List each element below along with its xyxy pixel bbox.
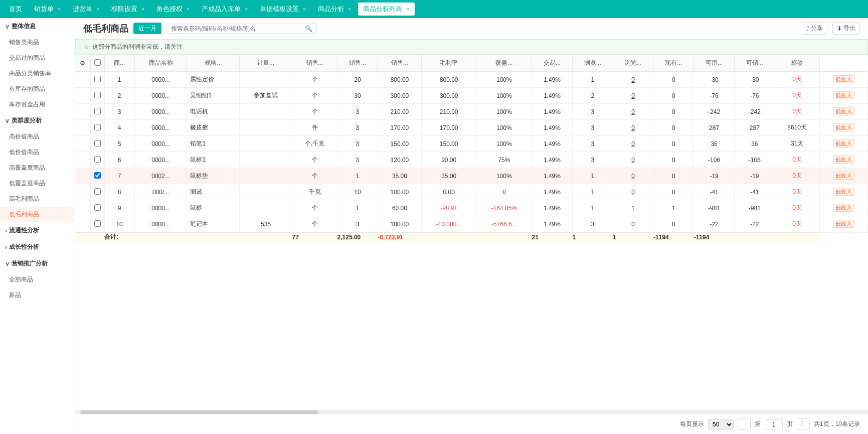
select-all-checkbox[interactable] [94,59,101,66]
nav-goods-analysis[interactable]: 商品分析 × [313,3,356,16]
search-input[interactable] [171,25,305,32]
nav-sales[interactable]: 销货单 × [29,3,66,16]
nav-template-close[interactable]: × [303,6,306,12]
row-view1[interactable]: 0 [613,104,653,120]
row-name[interactable]: 笔记本 [187,216,240,233]
sidebar-item-in-stock[interactable]: 有库存的商品 [0,81,75,97]
sidebar-item-high-value[interactable]: 高价值商品 [0,129,75,144]
row-name[interactable]: 鼠标1 [187,152,240,168]
row-view1[interactable]: 0 [613,136,653,152]
row-check[interactable] [94,188,101,195]
sidebar-item-low-value[interactable]: 低价值商品 [0,144,75,160]
sidebar-item-all-goods[interactable]: 全部商品 [0,272,75,287]
nav-purchase[interactable]: 进货单 × [68,3,104,16]
share-button[interactable]: ⤴ 分享 [802,22,827,35]
nav-permissions-close[interactable]: × [141,6,144,12]
row-checkbox[interactable] [90,104,104,120]
row-checkbox[interactable] [90,200,104,216]
row-view1[interactable]: 0 [613,88,653,104]
search-icon[interactable]: 🔍 [305,25,312,32]
row-name[interactable]: 橡皮擦 [187,120,240,136]
sidebar-group-growth[interactable]: › 成长性分析 [0,239,75,255]
row-view1[interactable]: 0 [613,152,653,168]
sidebar-group-circulation[interactable]: › 流通性分析 [0,222,75,239]
view1-link[interactable]: 0 [631,173,635,180]
time-filter-button[interactable]: 近一月 [133,23,161,34]
row-check[interactable] [94,220,101,227]
sidebar-item-high-coverage[interactable]: 高覆盖度商品 [0,160,75,176]
row-name[interactable]: 属性定价 [187,72,240,88]
row-check[interactable] [94,92,101,98]
row-view1[interactable]: 0 [613,168,653,184]
row-checkbox[interactable] [90,88,104,104]
row-checkbox[interactable] [90,216,104,233]
col-view1: 浏览... [572,55,613,72]
nav-template[interactable]: 单据模板设置 × [255,3,311,16]
row-name[interactable]: 电话机 [187,104,240,120]
row-name[interactable]: 测试 [187,184,240,200]
sidebar-item-new-goods[interactable]: 新品 [0,287,75,303]
row-check[interactable] [94,108,101,114]
row-check[interactable] [94,124,101,130]
row-view1[interactable]: 0 [613,216,653,233]
row-checkbox[interactable] [90,168,104,184]
next-page-btn[interactable]: 〉 [797,418,810,430]
row-name[interactable]: 鼠标 [187,200,240,216]
nav-roles-close[interactable]: × [187,6,190,12]
row-check[interactable] [94,204,101,211]
nav-goods-analysis-list[interactable]: 商品分析列表 × [358,3,414,16]
nav-product-entry-close[interactable]: × [245,6,248,12]
view1-link[interactable]: 0 [631,92,635,99]
row-name[interactable]: 铅笔1 [187,136,240,152]
view1-link[interactable]: 0 [631,124,635,131]
sidebar-item-traded-goods[interactable]: 交易过的商品 [0,50,75,66]
nav-product-entry[interactable]: 产成品入库单 × [197,3,253,16]
row-check[interactable] [94,140,101,147]
nav-goods-analysis-close[interactable]: × [348,6,351,12]
col-settings[interactable]: ⚙ [75,55,90,72]
horizontal-scrollbar[interactable] [75,410,868,414]
view1-link[interactable]: 1 [631,205,635,212]
view1-link[interactable]: 0 [631,76,635,83]
row-checkbox[interactable] [90,152,104,168]
view1-link[interactable]: 0 [631,157,635,164]
row-checkbox[interactable] [90,184,104,200]
row-check[interactable] [94,172,101,179]
row-view1[interactable]: 0 [613,120,653,136]
prev-page-btn[interactable]: 〈 [738,418,751,430]
view1-link[interactable]: 0 [631,189,635,196]
sidebar-item-low-coverage[interactable]: 低覆盖度商品 [0,176,75,191]
nav-purchase-close[interactable]: × [96,6,99,12]
nav-goods-list-close[interactable]: × [406,6,409,12]
row-checkbox[interactable] [90,72,104,88]
row-check[interactable] [94,76,101,82]
sidebar-group-overall[interactable]: ∨ 整体信息 [0,18,75,35]
sidebar-item-category-sales-rate[interactable]: 商品分类销售率 [0,66,75,81]
per-page-select[interactable]: 50 100 200 [708,419,734,430]
nav-sales-close[interactable]: × [58,6,61,12]
sidebar-item-high-margin[interactable]: 高毛利商品 [0,191,75,207]
page-num-input[interactable] [765,419,783,429]
view1-link[interactable]: 0 [631,221,635,228]
row-checkbox[interactable] [90,120,104,136]
row-checkbox[interactable] [90,136,104,152]
table-container[interactable]: ⚙ 商... 商品名称 规格... 计量... 销售... 销售... 销售..… [75,55,868,410]
export-button[interactable]: ⬇ 导出 [832,22,860,35]
row-check[interactable] [94,156,101,163]
nav-permissions[interactable]: 权限设置 × [106,3,149,16]
sidebar-item-stock-capital[interactable]: 库存资金占用 [0,97,75,112]
row-name[interactable]: 吴细细1 [187,88,240,104]
sidebar-group-marketing[interactable]: ∨ 营销推广分析 [0,255,75,272]
row-view1[interactable]: 1 [613,200,653,216]
row-available-stock: -22 [734,216,775,233]
sidebar-item-low-margin[interactable]: 低毛利商品 [0,207,75,222]
row-view1[interactable]: 0 [613,184,653,200]
row-view1[interactable]: 0 [613,72,653,88]
row-name[interactable]: 鼠标垫 [187,168,240,184]
sidebar-item-sales-goods[interactable]: 销售类商品 [0,35,75,50]
view1-link[interactable]: 0 [631,140,635,148]
nav-home[interactable]: 首页 [4,3,27,16]
nav-roles[interactable]: 角色授权 × [151,3,195,16]
view1-link[interactable]: 0 [631,108,635,115]
sidebar-group-cluster[interactable]: ∨ 类群度分析 [0,112,75,129]
